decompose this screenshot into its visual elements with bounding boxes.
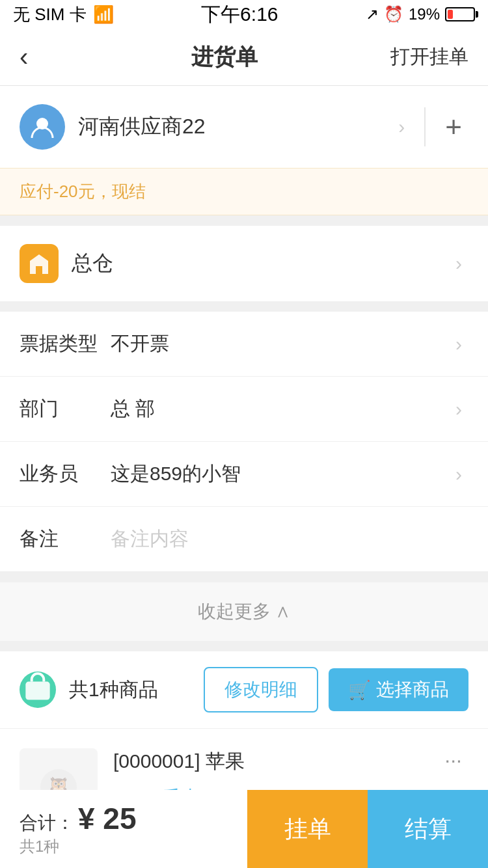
hang-button[interactable]: 挂单 <box>247 790 368 868</box>
wifi-icon: 📶 <box>93 5 114 25</box>
location-icon: ↗ <box>366 5 379 23</box>
svg-rect-1 <box>36 266 42 274</box>
total-label: 合计： <box>20 811 74 835</box>
warehouse-name: 总仓 <box>72 249 455 278</box>
remark-input[interactable]: 备注内容 <box>104 526 468 552</box>
svg-rect-2 <box>25 682 49 700</box>
supplier-name: 河南供应商22 <box>78 113 398 141</box>
product-more-button[interactable]: ··· <box>438 748 468 772</box>
settle-button[interactable]: 结算 <box>368 790 488 868</box>
status-left: 无 SIM 卡 📶 <box>13 3 114 26</box>
collapse-label: 收起更多 ∧ <box>198 601 291 621</box>
product-name: [0000001] 苹果 <box>113 748 438 775</box>
invoice-row[interactable]: 票据类型 不开票 › <box>0 312 488 377</box>
open-hang-button[interactable]: 打开挂单 <box>390 44 468 70</box>
nav-bar: ‹ 进货单 打开挂单 <box>0 29 488 86</box>
total-count: 共1种 <box>20 836 228 857</box>
status-time: 下午6:16 <box>201 1 278 28</box>
edit-detail-button[interactable]: 修改明细 <box>204 667 318 712</box>
bottom-bar: 合计： ¥ 25 共1种 挂单 结算 <box>0 790 488 868</box>
status-right: ↗ ⏰ 19% <box>366 5 475 23</box>
supplier-row[interactable]: 河南供应商22 › + <box>0 86 488 168</box>
product-id: [0000001] <box>113 750 200 772</box>
remark-label: 备注 <box>20 526 104 552</box>
total-section: 合计： ¥ 25 共1种 <box>0 790 247 868</box>
supplier-card: 河南供应商22 › + 应付-20元，现结 <box>0 86 488 215</box>
warehouse-chevron-icon: › <box>455 252 462 275</box>
supplier-notice: 应付-20元，现结 <box>0 168 488 215</box>
department-chevron-icon: › <box>455 398 462 420</box>
supplier-divider <box>424 107 426 146</box>
collapse-row[interactable]: 收起更多 ∧ <box>0 582 488 641</box>
warehouse-card: 总仓 › <box>0 226 488 301</box>
invoice-chevron-icon: › <box>455 333 462 355</box>
sales-label: 业务员 <box>20 461 104 487</box>
content: 河南供应商22 › + 应付-20元，现结 总仓 › 票据类型 不开票 › <box>0 86 488 868</box>
total-amount: ¥ 25 <box>78 801 137 836</box>
sales-value: 这是859的小智 <box>104 461 455 487</box>
department-label: 部门 <box>20 396 104 422</box>
department-value: 总 部 <box>104 396 455 422</box>
add-button[interactable]: + <box>439 111 468 143</box>
sales-chevron-icon: › <box>455 463 462 485</box>
select-product-button[interactable]: 🛒 选择商品 <box>329 668 468 711</box>
carrier-label: 无 SIM 卡 <box>13 3 87 26</box>
products-count: 共1种商品 <box>69 677 204 703</box>
supplier-avatar <box>20 104 65 150</box>
department-row[interactable]: 部门 总 部 › <box>0 377 488 442</box>
invoice-value: 不开票 <box>104 331 455 357</box>
remark-row[interactable]: 备注 备注内容 <box>0 507 488 572</box>
select-label: 选择商品 <box>376 677 449 702</box>
page-title: 进货单 <box>191 42 258 72</box>
alarm-icon: ⏰ <box>384 5 403 23</box>
battery-percent: 19% <box>409 5 440 23</box>
form-card: 票据类型 不开票 › 部门 总 部 › 业务员 这是859的小智 › 备注 备注… <box>0 312 488 572</box>
product-title: 苹果 <box>206 750 245 772</box>
products-header: 共1种商品 修改明细 🛒 选择商品 <box>0 651 488 729</box>
products-icon <box>20 671 56 708</box>
warehouse-icon <box>20 244 59 283</box>
invoice-label: 票据类型 <box>20 331 104 357</box>
sales-row[interactable]: 业务员 这是859的小智 › <box>0 442 488 507</box>
back-button[interactable]: ‹ <box>20 42 59 72</box>
battery-icon <box>445 7 475 21</box>
warehouse-row[interactable]: 总仓 › <box>0 226 488 301</box>
status-bar: 无 SIM 卡 📶 下午6:16 ↗ ⏰ 19% <box>0 0 488 29</box>
cart-icon: 🛒 <box>348 679 371 701</box>
supplier-chevron-icon: › <box>398 116 405 138</box>
